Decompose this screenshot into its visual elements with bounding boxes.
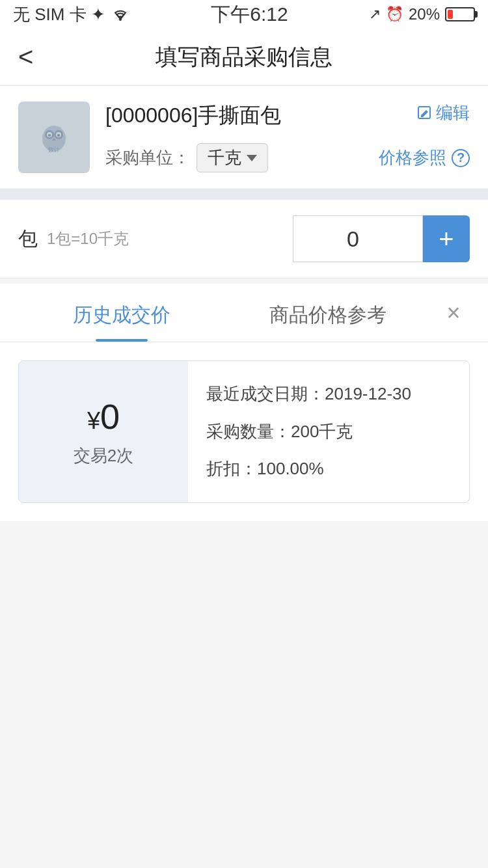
tab-history-price[interactable]: 历史成交价	[18, 284, 224, 342]
tabs-container: 历史成交价 商品价格参考 × ¥0 交易2次 最近成交日期：2019-12-30…	[0, 284, 488, 521]
unit-box-label: 包	[18, 226, 38, 252]
currency-symbol: ¥	[87, 407, 100, 434]
status-time: 下午6:12	[211, 1, 288, 28]
help-icon: ?	[452, 149, 470, 167]
detail-value-qty: 200千克	[291, 422, 353, 441]
price-reference-link[interactable]: 价格参照 ?	[379, 146, 470, 169]
nav-bar: < 填写商品采购信息	[0, 29, 488, 86]
product-name: [0000006]手撕面包	[105, 102, 281, 130]
svg-point-0	[119, 18, 122, 21]
svg-text:数计: 数计	[48, 146, 60, 153]
quantity-input-group: +	[293, 215, 470, 262]
unit-label: 采购单位： 千克	[105, 143, 268, 172]
svg-point-6	[48, 134, 51, 137]
detail-value-date: 2019-12-30	[325, 384, 411, 403]
product-image-owl: 数计	[34, 118, 74, 157]
conversion-text: 1包=10千克	[47, 228, 129, 249]
quantity-row: 包 1包=10千克 +	[0, 200, 488, 278]
battery-indicator	[445, 7, 475, 21]
quantity-input[interactable]	[293, 215, 423, 262]
edit-button[interactable]: 编辑	[418, 102, 470, 124]
detail-row-date: 最近成交日期：2019-12-30	[206, 381, 451, 408]
svg-point-7	[57, 134, 60, 137]
tabs-header: 历史成交价 商品价格参考 ×	[0, 284, 488, 342]
history-trades-count: 交易2次	[74, 444, 133, 467]
wifi-icon	[111, 7, 130, 21]
chevron-down-icon	[247, 155, 257, 161]
unit-row: 采购单位： 千克 价格参照 ?	[105, 143, 470, 172]
product-card: 数计 [0000006]手撕面包 编辑 采购单位： 千克	[0, 86, 488, 189]
detail-row-discount: 折扣：100.00%	[206, 455, 451, 483]
history-price-panel: ¥0 交易2次	[19, 361, 188, 502]
tab-close-button[interactable]: ×	[437, 297, 470, 329]
detail-label-discount: 折扣：	[206, 459, 257, 478]
sim-status: 无 SIM 卡 ✦	[13, 3, 105, 26]
history-card: ¥0 交易2次 最近成交日期：2019-12-30 采购数量：200千克 折扣：…	[18, 360, 470, 503]
product-info: [0000006]手撕面包 编辑 采购单位： 千克 价格参照 ?	[105, 102, 470, 172]
location-icon: ↗	[369, 6, 381, 23]
product-title: 手撕面包	[198, 103, 281, 127]
history-detail-panel: 最近成交日期：2019-12-30 采购数量：200千克 折扣：100.00%	[188, 361, 469, 502]
alarm-icon: ⏰	[386, 6, 403, 23]
status-left: 无 SIM 卡 ✦	[13, 3, 130, 26]
edit-icon	[418, 106, 432, 120]
detail-row-quantity: 采购数量：200千克	[206, 418, 451, 446]
section-divider	[0, 189, 488, 200]
unit-select-dropdown[interactable]: 千克	[197, 143, 268, 172]
history-price-value: ¥0	[87, 396, 120, 437]
status-bar: 无 SIM 卡 ✦ 下午6:12 ↗ ⏰ 20%	[0, 0, 488, 29]
detail-value-discount: 100.00%	[257, 459, 324, 478]
detail-label-date: 最近成交日期：	[206, 384, 325, 403]
quantity-unit-info: 包 1包=10千克	[18, 226, 129, 252]
tab-product-price-ref[interactable]: 商品价格参考	[224, 284, 431, 342]
page-title: 填写商品采购信息	[156, 42, 332, 72]
detail-label-qty: 采购数量：	[206, 422, 291, 441]
quantity-plus-button[interactable]: +	[423, 215, 470, 262]
product-id: [0000006]	[105, 103, 198, 127]
history-content: ¥0 交易2次 最近成交日期：2019-12-30 采购数量：200千克 折扣：…	[0, 342, 488, 521]
back-button[interactable]: <	[18, 42, 33, 72]
product-thumbnail: 数计	[18, 102, 90, 173]
battery-percent: 20%	[409, 5, 440, 23]
product-name-row: [0000006]手撕面包 编辑	[105, 102, 470, 130]
status-right: ↗ ⏰ 20%	[369, 5, 475, 23]
